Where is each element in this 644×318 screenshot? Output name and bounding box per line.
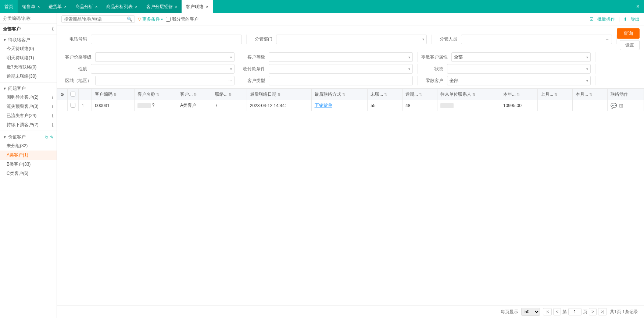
setting-button[interactable]: 设置 (620, 40, 640, 50)
footer-per-page-select[interactable]: 50 100 200 (521, 308, 540, 316)
tab-home[interactable]: 首页 (0, 0, 18, 13)
cell-last-method[interactable]: 下销货单 (311, 100, 368, 111)
sidebar-item-hoarding[interactable]: 囤购异常客户(2) ℹ (0, 93, 57, 102)
col-code[interactable]: 客户编码 ⇅ (92, 89, 135, 100)
col-last-month[interactable]: 上月... ⇅ (538, 89, 573, 100)
cell-code: 000031 (92, 100, 135, 111)
sidebar-item-today[interactable]: 今天待联络(0) (0, 44, 57, 53)
col-gear[interactable]: ⚙ (57, 89, 68, 100)
footer-nav: |< < 第 页 > >| (543, 308, 607, 315)
toolbar-search-input[interactable] (64, 17, 127, 22)
filter-control-region[interactable]: ··· (95, 76, 235, 85)
tab-customer-contact[interactable]: 客户联络 × (182, 0, 212, 13)
sidebar-item-churned-label: 已流失客户(24) (7, 113, 36, 119)
col-overdue-label: 逾期... (405, 91, 418, 98)
col-this-year[interactable]: 本年... ⇅ (500, 89, 537, 100)
filter-control-customer-type[interactable] (269, 76, 412, 85)
filter-control-retail-customer[interactable]: 全部 ▾ (447, 76, 591, 85)
sidebar-item-tomorrow[interactable]: 明天待联络(1) (0, 53, 57, 63)
filter-field-retail-attr: 零散客户属性 全部 ▾ (418, 52, 595, 62)
tab-purchase-close[interactable]: × (64, 4, 66, 9)
filter-control-payment[interactable]: ▾ (269, 64, 412, 74)
close-all-tabs[interactable]: × (632, 3, 644, 10)
filter-dots-person: ··· (606, 37, 609, 42)
col-action-label: 联络动作 (611, 92, 628, 97)
cell-prev-contact (437, 100, 500, 111)
tab-sales-close[interactable]: × (37, 4, 40, 9)
sidebar-item-class-c[interactable]: C类客户(6) (0, 169, 57, 178)
col-contact[interactable]: 联络... ⇅ (212, 89, 247, 100)
action-qr-icon[interactable]: ⊞ (619, 103, 623, 109)
col-uncontacted[interactable]: 未联... ⇅ (368, 89, 402, 100)
action-message-icon[interactable]: 💬 (611, 103, 617, 109)
cell-this-month (572, 100, 607, 111)
filter-row-2: 客户价格等级 ▾ 客户等级 ▾ 零散客户属性 全部 (61, 52, 640, 62)
current-page-input[interactable] (568, 308, 582, 315)
prev-contact-placeholder (440, 103, 454, 108)
col-last-method[interactable]: 最后联络方式 ⇅ (311, 89, 368, 100)
export-link[interactable]: 导出 (631, 16, 640, 22)
tab-purchase[interactable]: 进货单 × (44, 0, 71, 13)
next-page-btn[interactable]: > (589, 308, 597, 315)
sidebar-item-class-a[interactable]: A类客户(1) (0, 151, 57, 160)
first-page-btn[interactable]: |< (543, 308, 552, 315)
filter-row-4: 区域（地区） ··· 客户类型 零散客户 全部 ▾ (61, 76, 640, 85)
filter-btn[interactable]: ▽ 更多条件 ▾ (138, 16, 163, 22)
col-prev-contact[interactable]: 往来单位联系人 ⇅ (437, 89, 500, 100)
edit-icon[interactable]: ✎ (50, 135, 54, 140)
my-customer-checkbox[interactable] (166, 17, 171, 22)
toolbar-search-icon[interactable]: 🔍 (127, 17, 132, 22)
sidebar-item-churn-warn[interactable]: 流失预警客户(3) ℹ (0, 102, 57, 111)
sidebar-collapse-icon[interactable]: 《 (49, 26, 54, 32)
tab-sales[interactable]: 销售单 × (18, 0, 44, 13)
sidebar-item-ungrouped[interactable]: 未分组(32) (0, 141, 57, 151)
filter-label-nature: 性质 (61, 66, 91, 72)
cell-check[interactable] (68, 100, 79, 111)
sidebar-item-today-label: 今天待联络(0) (7, 46, 34, 52)
col-this-month[interactable]: 本月... ⇅ (572, 89, 607, 100)
filter-control-price-grade[interactable]: ▾ (95, 52, 235, 62)
col-overdue[interactable]: 逾期... ⇅ (402, 89, 437, 100)
filter-control-dept[interactable]: ▾ (276, 35, 427, 44)
tab-analysis-list[interactable]: 商品分析列表 × (102, 0, 142, 13)
col-type[interactable]: 客户... ⇅ (177, 89, 212, 100)
tab-analysis-list-label: 商品分析列表 (106, 4, 133, 10)
col-this-year-label: 本年... (503, 91, 516, 98)
tab-customer-contact-close[interactable]: × (206, 4, 208, 9)
sidebar-item-churned[interactable]: 已流失客户(24) ℹ (0, 111, 57, 120)
filter-field-phone: 电话号码 (61, 35, 247, 44)
filter-control-nature[interactable]: ▾ (91, 64, 235, 74)
refresh-icon[interactable]: ↻ (45, 135, 49, 140)
last-page-btn[interactable]: >| (598, 308, 607, 315)
cell-type: A类客户 (177, 100, 212, 111)
filter-control-phone[interactable] (91, 35, 242, 44)
section-title-value: ▼ 价值客户 ↻ ✎ (0, 132, 57, 141)
col-name[interactable]: 客户名称 ⇅ (135, 89, 177, 100)
filter-control-status[interactable]: ▾ (447, 64, 591, 74)
filter-field-dept: 分管部门 ▾ (247, 35, 432, 44)
section-label-pending: 待联络客户 (8, 37, 30, 43)
sort-icon-last-date: ⇅ (278, 92, 280, 96)
col-check[interactable] (68, 89, 79, 100)
tab-analysis-list-close[interactable]: × (135, 4, 137, 9)
row-checkbox[interactable] (71, 103, 75, 107)
tab-customer-segment[interactable]: 客户分层经营 × (142, 0, 182, 13)
table-header: ⚙ 客户编码 ⇅ 客户名称 (57, 89, 644, 100)
prev-page-btn[interactable]: < (553, 308, 561, 315)
tab-analysis-close[interactable]: × (95, 4, 97, 9)
sidebar-item-class-b[interactable]: B类客户(33) (0, 160, 57, 169)
sidebar-item-7days[interactable]: 近7天待联络(0) (0, 63, 57, 72)
check-all[interactable] (71, 92, 75, 96)
filter-control-person[interactable]: ··· (461, 35, 612, 44)
batch-op-link[interactable]: 批量操作 (597, 16, 615, 22)
col-last-date[interactable]: 最后联络日期 ⇅ (247, 89, 311, 100)
query-button[interactable]: 查询 (617, 28, 640, 39)
tab-customer-segment-close[interactable]: × (175, 4, 177, 9)
sidebar-item-overdue[interactable]: 逾期未联络(30) (0, 72, 57, 81)
sidebar-search-input[interactable] (3, 16, 57, 21)
sidebar-item-declining[interactable]: 持续下滑客户(2) ℹ (0, 120, 57, 130)
filter-control-customer-grade[interactable]: ▾ (269, 52, 412, 62)
tab-analysis[interactable]: 商品分析 × (71, 0, 102, 13)
last-method-link[interactable]: 下销货单 (315, 103, 332, 108)
filter-control-retail-attr[interactable]: 全部 ▾ (451, 52, 591, 62)
